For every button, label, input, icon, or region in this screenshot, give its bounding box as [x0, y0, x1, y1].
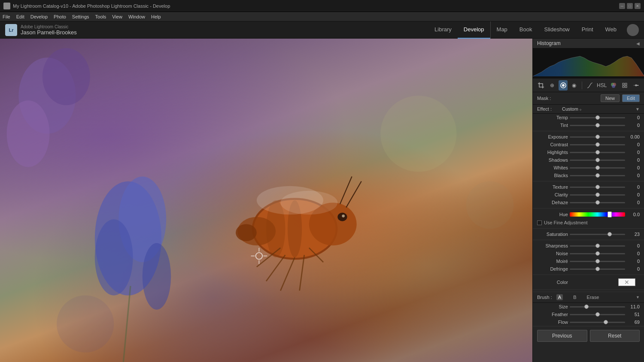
saturation-slider[interactable] — [570, 234, 625, 235]
texture-thumb[interactable] — [595, 185, 600, 189]
feather-thumb[interactable] — [595, 312, 600, 317]
svg-rect-41 — [625, 83, 627, 85]
temp-thumb[interactable] — [595, 115, 600, 120]
nav-develop[interactable]: Develop — [458, 21, 490, 39]
contrast-thumb[interactable] — [595, 142, 600, 147]
highlights-thumb[interactable] — [595, 150, 600, 154]
red-eye-tool-icon[interactable]: ◉ — [569, 80, 579, 90]
brush-erase-tab[interactable]: Erase — [587, 295, 599, 300]
menu-settings[interactable]: Settings — [72, 14, 89, 19]
noise-thumb[interactable] — [595, 251, 600, 256]
effect-dropdown[interactable]: Custom ⬦ — [560, 106, 582, 112]
healing-tool-icon[interactable]: ⊕ — [547, 80, 557, 90]
mask-edit-button[interactable]: Edit — [622, 94, 640, 102]
nav-map[interactable]: Map — [490, 21, 513, 39]
svg-rect-43 — [625, 86, 627, 87]
dehaze-thumb[interactable] — [595, 200, 600, 205]
mask-tool-icon[interactable] — [559, 80, 568, 90]
sharpness-slider[interactable] — [570, 245, 625, 247]
defringe-slider[interactable] — [570, 268, 625, 270]
menu-photo[interactable]: Photo — [54, 14, 66, 19]
size-slider[interactable] — [570, 306, 625, 308]
close-button[interactable]: ✕ — [635, 3, 641, 9]
menu-file[interactable]: File — [3, 14, 10, 19]
brush-tab-b[interactable]: B — [571, 294, 578, 300]
svg-point-45 — [635, 84, 637, 86]
menu-view[interactable]: View — [112, 14, 122, 19]
hue-thumb[interactable] — [608, 211, 612, 217]
previous-button[interactable]: Previous — [537, 330, 587, 342]
defringe-thumb[interactable] — [595, 267, 600, 271]
nav-web[interactable]: Web — [599, 21, 623, 39]
saturation-thumb[interactable] — [608, 232, 612, 236]
logo-area: Lr Adobe Lightroom Classic Jason Parnell… — [5, 24, 77, 36]
hue-bar[interactable] — [570, 212, 625, 217]
profile-icon[interactable] — [627, 24, 639, 36]
contrast-value: 0 — [627, 142, 640, 147]
shadows-slider[interactable] — [570, 160, 625, 161]
menu-window[interactable]: Window — [128, 14, 145, 19]
temp-slider[interactable] — [570, 117, 625, 118]
effect-collapse-arrow[interactable]: ▼ — [635, 107, 640, 112]
blacks-thumb[interactable] — [595, 173, 600, 178]
reset-button[interactable]: Reset — [590, 330, 640, 342]
exposure-gradient-icon[interactable] — [631, 80, 641, 90]
texture-value: 0 — [627, 184, 640, 190]
color-swatch[interactable]: ✕ — [618, 278, 635, 286]
temp-row: Temp 0 — [533, 114, 644, 121]
crop-tool-icon[interactable] — [536, 80, 546, 90]
fine-adjustment-checkbox[interactable] — [537, 220, 542, 225]
flow-slider[interactable] — [570, 322, 625, 323]
detail-icon[interactable] — [620, 80, 629, 90]
menu-develop[interactable]: Develop — [30, 14, 48, 19]
minimize-button[interactable]: ─ — [619, 3, 625, 9]
brush-dropdown-arrow[interactable]: ▼ — [636, 295, 640, 299]
whites-slider[interactable] — [570, 167, 625, 169]
dehaze-slider[interactable] — [570, 202, 625, 203]
whites-thumb[interactable] — [595, 166, 600, 170]
tint-thumb[interactable] — [595, 123, 600, 127]
clarity-slider[interactable] — [570, 194, 625, 196]
saturation-value: 23 — [627, 232, 640, 237]
tone-curve-icon[interactable] — [585, 80, 595, 90]
divider-1 — [533, 131, 644, 131]
nav-library[interactable]: Library — [428, 21, 458, 39]
sharpness-thumb[interactable] — [595, 244, 600, 248]
menu-edit[interactable]: Edit — [16, 14, 24, 19]
exposure-thumb[interactable] — [595, 135, 600, 139]
nav-slideshow[interactable]: Slideshow — [538, 21, 576, 39]
blacks-slider[interactable] — [570, 175, 625, 176]
size-thumb[interactable] — [584, 305, 589, 309]
moire-slider[interactable] — [570, 261, 625, 262]
mask-actions: New Edit — [601, 94, 640, 102]
highlights-slider[interactable] — [570, 152, 625, 153]
divider-6 — [533, 275, 644, 275]
brush-tab-a[interactable]: A — [556, 294, 563, 300]
dehaze-row: Dehaze 0 — [533, 199, 644, 206]
hue-bar-container[interactable] — [570, 212, 625, 217]
mask-new-button[interactable]: New — [601, 94, 620, 102]
maximize-button[interactable]: □ — [627, 3, 633, 9]
whites-value: 0 — [627, 165, 640, 170]
hsl-icon[interactable]: HSL — [596, 80, 607, 90]
defringe-value: 0 — [627, 266, 640, 272]
right-panel: Histogram ◀ — [532, 39, 644, 362]
menu-tools[interactable]: Tools — [95, 14, 106, 19]
menu-help[interactable]: Help — [151, 14, 161, 19]
feather-slider[interactable] — [570, 314, 625, 315]
texture-slider[interactable] — [570, 187, 625, 188]
nav-print[interactable]: Print — [576, 21, 599, 39]
flow-thumb[interactable] — [604, 320, 608, 324]
tint-slider[interactable] — [570, 125, 625, 126]
panel-content: Mask : New Edit Effect : Custom ⬦ ▼ Temp — [533, 92, 644, 362]
color-grading-icon[interactable] — [609, 80, 619, 90]
exposure-slider[interactable] — [570, 136, 625, 138]
nav-book[interactable]: Book — [513, 21, 538, 39]
histogram-header[interactable]: Histogram ◀ — [533, 39, 644, 48]
noise-slider[interactable] — [570, 253, 625, 254]
photo-area[interactable] — [0, 39, 532, 362]
clarity-thumb[interactable] — [595, 193, 600, 197]
shadows-thumb[interactable] — [595, 158, 600, 162]
moire-thumb[interactable] — [595, 259, 600, 263]
contrast-slider[interactable] — [570, 144, 625, 145]
